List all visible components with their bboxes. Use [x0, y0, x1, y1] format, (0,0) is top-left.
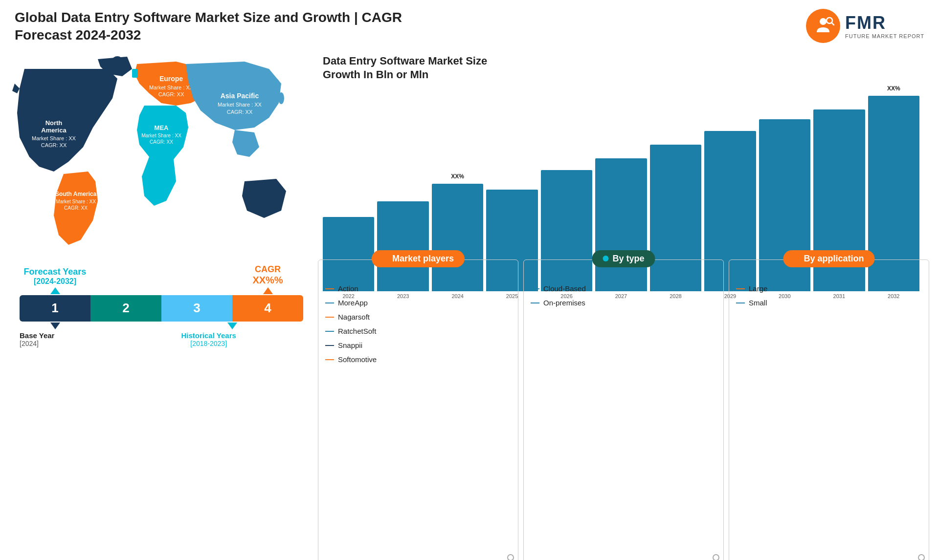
svg-text:Europe: Europe — [159, 75, 183, 83]
type-dot — [603, 256, 608, 261]
map-area: North America Market Share : XX CAGR: XX… — [10, 49, 313, 255]
player-nagarsoft: — Nagarsoft — [325, 312, 511, 322]
cagr-value: XX%% — [252, 275, 283, 286]
player-name-2: MoreApp — [338, 299, 368, 307]
logo-fmr-text: FMR — [845, 13, 886, 33]
mea-region: MEA Market Share : XX CAGR: XX — [137, 106, 188, 162]
svg-text:Market Share : XX: Market Share : XX — [32, 135, 76, 141]
chart-area: Data Entry Software Market Size Growth I… — [318, 49, 929, 255]
logo-sub-text: FUTURE MARKET REPORT — [845, 33, 924, 39]
scroll-indicator-1 — [507, 554, 514, 560]
app-dash-2: — — [736, 298, 745, 308]
svg-text:MEA: MEA — [155, 124, 169, 131]
by-type-header: By type — [592, 250, 655, 267]
svg-text:South America: South America — [55, 191, 97, 197]
market-players-header: Market players — [372, 250, 465, 267]
player-name-4: RatchetSoft — [338, 327, 376, 335]
by-application-card: By application — Large — Small — [729, 259, 929, 560]
north-america-region: North America Market Share : XX CAGR: XX — [12, 57, 132, 172]
asia-pacific-region: Asia Pacific Market Share : XX CAGR: XX — [186, 62, 286, 218]
app-dot — [794, 256, 800, 261]
main-content: North America Market Share : XX CAGR: XX… — [0, 49, 939, 560]
bar-label-2032: XX% — [887, 85, 900, 92]
svg-text:CAGR: XX: CAGR: XX — [150, 139, 173, 145]
forecast-label: Forecast Years — [24, 267, 87, 277]
logo-area: FMR FUTURE MARKET REPORT — [806, 9, 924, 43]
hist-years-val: [2018-2023] — [114, 340, 303, 347]
app-name-2: Small — [749, 299, 767, 307]
player-name-6: Softomotive — [338, 355, 377, 364]
scroll-indicator-3 — [918, 554, 925, 560]
type-name-2: On-premises — [543, 299, 585, 307]
svg-point-21 — [278, 92, 284, 104]
spacer2 — [531, 273, 716, 280]
app-name-1: Large — [749, 284, 767, 293]
svg-text:CAGR: XX: CAGR: XX — [227, 109, 253, 115]
market-players-title: Market players — [392, 254, 454, 264]
bar-label-2024: XX% — [451, 173, 464, 180]
logo-svg — [811, 14, 835, 38]
player-name-3: Nagarsoft — [338, 313, 370, 321]
player-softomotive: — Softomotive — [325, 354, 511, 365]
forecast-arrow — [50, 287, 60, 294]
logo-icon — [806, 9, 840, 43]
step-4: 4 — [232, 295, 303, 322]
player-snappii: — Snappii — [325, 340, 511, 350]
svg-text:Market Share : XX: Market Share : XX — [141, 133, 181, 138]
svg-text:CAGR: XX: CAGR: XX — [64, 205, 88, 211]
player-name-1: Action — [338, 284, 358, 293]
dash-6: — — [325, 354, 334, 365]
step-1: 1 — [20, 295, 90, 322]
dash-2: — — [325, 298, 334, 308]
hist-years-label: Historical Years — [114, 331, 303, 340]
cagr-arrow — [263, 287, 273, 294]
spacer3 — [736, 273, 922, 280]
scroll-indicator-2 — [713, 554, 719, 560]
svg-text:Market Share : XX: Market Share : XX — [218, 102, 262, 108]
spacer1 — [325, 273, 511, 280]
base-arrow — [50, 323, 60, 329]
page-title: Global Data Entry Software Market Size a… — [15, 9, 416, 44]
type-onprem: — On-premises — [531, 298, 716, 308]
step-3: 3 — [161, 295, 232, 322]
type-dash-2: — — [531, 298, 539, 308]
bottom-panels: Market players — Action — MoreApp — Naga… — [318, 259, 929, 560]
by-type-title: By type — [612, 254, 644, 264]
market-players-card: Market players — Action — MoreApp — Naga… — [318, 259, 518, 560]
svg-point-1 — [820, 18, 827, 25]
left-panel: North America Market Share : XX CAGR: XX… — [10, 49, 313, 560]
chart-title: Data Entry Software Market Size Growth I… — [323, 54, 499, 82]
svg-text:CAGR: XX: CAGR: XX — [158, 91, 184, 97]
player-action: — Action — [325, 283, 511, 294]
steps-row: 1 2 3 4 — [20, 295, 303, 322]
svg-text:CAGR: XX: CAGR: XX — [41, 142, 67, 148]
type-cloud: — Cloud-Based — [531, 283, 716, 294]
timeline-section: Forecast Years [2024-2032] CAGR XX%% — [10, 259, 313, 347]
right-panel: Data Entry Software Market Size Growth I… — [318, 49, 929, 560]
by-application-header: By application — [783, 250, 874, 267]
forecast-years: [2024-2032] — [34, 277, 76, 286]
step-2: 2 — [90, 295, 161, 322]
cagr-label: CAGR — [255, 264, 281, 275]
app-small: — Small — [736, 298, 922, 308]
player-name-5: Snappii — [338, 341, 362, 349]
hist-arrow — [227, 323, 237, 329]
dash-3: — — [325, 312, 334, 322]
dash-4: — — [325, 326, 334, 336]
svg-rect-22 — [132, 69, 138, 78]
player-moreapp: — MoreApp — [325, 298, 511, 308]
by-type-card: By type — Cloud-Based — On-premises — [523, 259, 724, 560]
app-large: — Large — [736, 283, 922, 294]
type-name-1: Cloud-Based — [543, 284, 586, 293]
svg-text:North: North — [45, 119, 63, 127]
svg-text:Market Share : XX: Market Share : XX — [56, 199, 96, 204]
svg-text:Asia Pacific: Asia Pacific — [221, 92, 259, 100]
market-dot — [382, 256, 388, 261]
app-dash-1: — — [736, 283, 745, 294]
by-application-title: By application — [804, 254, 864, 264]
dash-5: — — [325, 340, 334, 350]
dash-1: — — [325, 283, 334, 294]
world-map: North America Market Share : XX CAGR: XX… — [10, 49, 313, 255]
player-ratchetsoft: — RatchetSoft — [325, 326, 511, 336]
base-year-label: Base Year — [20, 331, 114, 340]
